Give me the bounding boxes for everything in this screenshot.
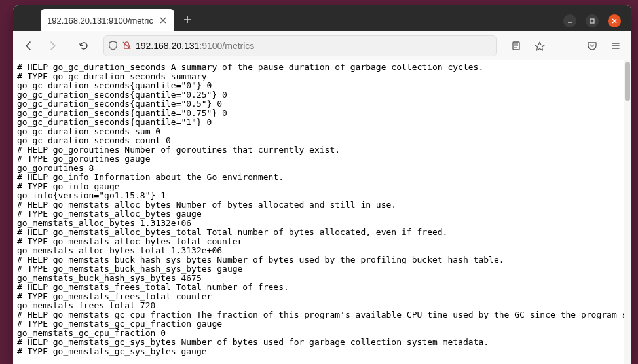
pocket-icon[interactable] bbox=[582, 35, 603, 56]
svg-rect-0 bbox=[590, 19, 594, 23]
url-host: 192.168.20.131 bbox=[136, 41, 199, 51]
tab-title: 192.168.20.131:9100/metric bbox=[47, 16, 153, 26]
close-icon[interactable] bbox=[157, 14, 169, 26]
reader-mode-icon[interactable] bbox=[506, 35, 527, 56]
shield-icon[interactable] bbox=[108, 41, 118, 50]
forward-button[interactable] bbox=[42, 35, 63, 56]
url-text: 192.168.20.131:9100/metrics bbox=[136, 41, 492, 51]
bookmark-icon[interactable] bbox=[529, 35, 550, 56]
url-bar[interactable]: 192.168.20.131:9100/metrics bbox=[103, 35, 497, 56]
tab-strip: 192.168.20.131:9100/metric bbox=[13, 5, 631, 31]
menu-icon[interactable] bbox=[605, 35, 626, 56]
toolbar: 192.168.20.131:9100/metrics bbox=[13, 31, 631, 60]
scrollbar[interactable] bbox=[624, 60, 631, 364]
lock-insecure-icon[interactable] bbox=[122, 41, 132, 50]
browser-window: 192.168.20.131:9100/metric bbox=[13, 5, 631, 364]
minimize-button[interactable] bbox=[563, 14, 576, 27]
url-rest: :9100/metrics bbox=[199, 41, 254, 51]
window-controls bbox=[563, 14, 626, 27]
maximize-button[interactable] bbox=[586, 14, 599, 27]
scrollbar-thumb[interactable] bbox=[625, 62, 630, 101]
window-close-button[interactable] bbox=[608, 14, 621, 27]
page-content: # HELP go_gc_duration_seconds A summary … bbox=[13, 60, 631, 364]
metrics-text[interactable]: # HELP go_gc_duration_seconds A summary … bbox=[13, 60, 624, 364]
browser-tab[interactable]: 192.168.20.131:9100/metric bbox=[41, 9, 174, 31]
reload-button[interactable] bbox=[73, 35, 94, 56]
back-button[interactable] bbox=[18, 35, 39, 56]
new-tab-button[interactable] bbox=[178, 10, 197, 29]
